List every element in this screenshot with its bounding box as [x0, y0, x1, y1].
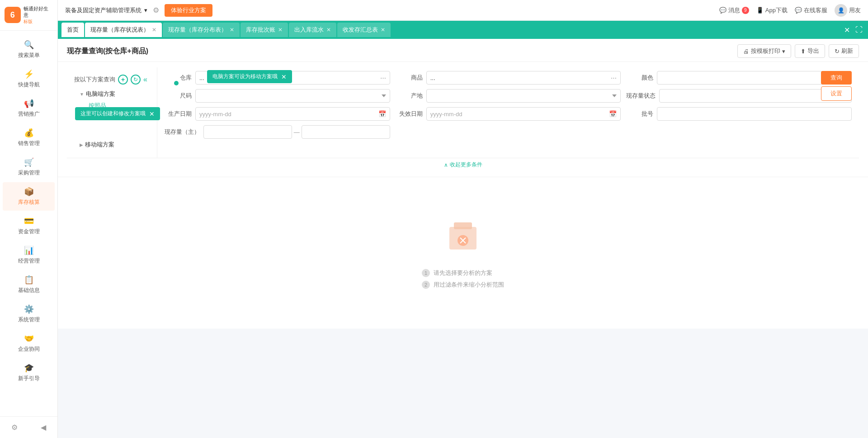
tab-inventory-dist[interactable]: 现存量（库存分布表） ✕ [163, 23, 240, 37]
product-select[interactable]: ... ⋯ [426, 71, 621, 85]
sidebar-item-label: 库存核算 [18, 198, 40, 206]
filter-field-color: 颜色 [626, 71, 852, 85]
search-button[interactable]: 查询 [821, 71, 852, 85]
logo-icon: 6 [5, 7, 21, 23]
filter-area: 按以下方案查询 + ↻ « 电脑方案可设为移动方案哦 ✕ [58, 62, 868, 177]
chevron-down-icon: ▼ [80, 92, 84, 97]
sidebar-item-guide[interactable]: 🎓 新手引导 [3, 358, 55, 387]
proddate-label: 生产日期 [165, 110, 192, 118]
sidebar-item-operation[interactable]: 📊 经营管理 [3, 241, 55, 269]
size-select[interactable] [195, 89, 390, 103]
sidebar-item-inventory[interactable]: 📦 库存核算 [3, 182, 55, 211]
sidebar-item-enterprise[interactable]: 🤝 企业协同 [3, 329, 55, 358]
tab-receive-close[interactable]: ✕ [381, 27, 385, 33]
sidebar-item-purchase[interactable]: 🛒 采购管理 [3, 153, 55, 181]
scheme-group-desktop-header[interactable]: ▼ 电脑端方案 [76, 88, 157, 100]
empty-svg [440, 213, 486, 259]
industry-btn[interactable]: 体验行业方案 [165, 4, 212, 17]
sidebar-item-marketing[interactable]: 📢 营销推广 [3, 94, 55, 122]
print-button[interactable]: 🖨 按模板打印 ▾ [737, 44, 791, 58]
close-all-tabs-button[interactable]: ✕ [842, 24, 852, 36]
batch-label: 批号 [626, 110, 653, 118]
origin-select[interactable] [426, 89, 621, 103]
connector-dot [174, 81, 179, 85]
empty-step-2: 2 用过滤条件来缩小分析范围 [422, 281, 504, 289]
system-title[interactable]: 装备及固定资产辅助管理系统 ▾ [65, 6, 147, 14]
sidebar-item-basic[interactable]: 📋 基础信息 [3, 270, 55, 299]
quick-icon: ⚡ [24, 69, 34, 79]
tab-receive[interactable]: 收发存汇总表 ✕ [337, 23, 391, 37]
sidebar-item-label: 基础信息 [18, 287, 40, 294]
qty-min-input[interactable] [203, 125, 292, 139]
user-menu[interactable]: 👤 用友 [835, 4, 861, 17]
filter-row-3: 生产日期 yyyy-mm-dd 📅 失效日期 yyyy-mm-dd [165, 107, 852, 121]
origin-label: 产地 [396, 92, 423, 100]
sidebar-item-sales[interactable]: 💰 销售管理 [3, 123, 55, 152]
export-button[interactable]: ⬆ 导出 [795, 44, 825, 58]
app-download-label: App下载 [765, 6, 788, 14]
fullscreen-button[interactable]: ⛶ [854, 24, 864, 36]
qty-max-input[interactable] [302, 125, 390, 139]
user-label: 用友 [849, 6, 861, 14]
collapse-sidebar-button[interactable]: ◀ [39, 421, 48, 433]
message-button[interactable]: 💬 消息 9 [719, 6, 749, 14]
page-actions: 🖨 按模板打印 ▾ ⬆ 导出 ↻ 刷新 [737, 44, 859, 58]
sidebar-item-label: 采购管理 [18, 169, 40, 177]
range-dash: — [294, 129, 300, 136]
proddate-input[interactable]: yyyy-mm-dd 📅 [195, 107, 390, 121]
refresh-scheme-button[interactable]: ↻ [131, 75, 141, 85]
refresh-button[interactable]: ↻ 刷新 [829, 44, 859, 58]
settings-button[interactable]: ⚙ [9, 421, 19, 433]
online-service-button[interactable]: 💬 在线客服 [795, 6, 827, 14]
tab-inout[interactable]: 出入库流水 ✕ [289, 23, 336, 37]
sidebar-bottom: ⚙ ◀ [0, 416, 57, 438]
add-scheme-button[interactable]: + [118, 75, 128, 85]
scheme-group-mobile-header[interactable]: ▶ 移动端方案 [76, 139, 157, 151]
filter-header: 按以下方案查询 + ↻ « [67, 71, 157, 88]
tab-inventory-status-label: 现存量（库存状况表） [90, 26, 149, 34]
system-icon: ⚙️ [24, 304, 34, 314]
sidebar-item-system[interactable]: ⚙️ 系统管理 [3, 300, 55, 328]
content-area: 现存量查询(按仓库+商品) 🖨 按模板打印 ▾ ⬆ 导出 ↻ 刷新 [58, 39, 868, 438]
sidebar: 6 畅通好好生意 标版 🔍 搜索菜单 ⚡ 快捷导航 📢 营销推广 💰 销售管理 … [0, 0, 58, 438]
collapse-label: 收起更多条件 [450, 161, 482, 169]
batch-input[interactable] [657, 107, 852, 121]
tooltip-1-close[interactable]: ✕ [281, 73, 287, 80]
tab-inventory-dist-close[interactable]: ✕ [230, 27, 234, 33]
calendar-icon-2: 📅 [609, 110, 617, 118]
tooltip-create-scheme: 这里可以创建和修改方案哦 ✕ [75, 107, 160, 120]
expiredate-input[interactable]: yyyy-mm-dd 📅 [426, 107, 621, 121]
sidebar-item-finance[interactable]: 💳 资金管理 [3, 212, 55, 240]
sidebar-item-label: 新手引导 [18, 375, 40, 382]
tab-batch-close[interactable]: ✕ [278, 27, 283, 33]
page-container: 现存量查询(按仓库+商品) 🖨 按模板打印 ▾ ⬆ 导出 ↻ 刷新 [58, 39, 868, 329]
sidebar-item-search[interactable]: 🔍 搜索菜单 [3, 35, 55, 64]
tab-inout-close[interactable]: ✕ [326, 27, 331, 33]
collapse-row: ∧ 收起更多条件 [67, 158, 859, 171]
sidebar-item-label: 销售管理 [18, 140, 40, 147]
export-icon: ⬆ [801, 48, 806, 55]
tooltip-2-close[interactable]: ✕ [149, 110, 155, 118]
filter-field-product: 商品 ... ⋯ [396, 71, 621, 85]
tab-batch[interactable]: 库存批次账 ✕ [241, 23, 288, 37]
qty-range: — [203, 125, 390, 139]
sidebar-item-quick[interactable]: ⚡ 快捷导航 [3, 65, 55, 93]
tab-bar: 首页 现存量（库存状况表） ✕ 现存量（库存分布表） ✕ 库存批次账 ✕ 出入库… [58, 21, 868, 39]
chevron-up-icon: ∧ [444, 162, 448, 168]
collapse-button[interactable]: ∧ 收起更多条件 [444, 161, 482, 169]
sidebar-item-label: 企业协同 [18, 345, 40, 353]
filter-field-proddate: 生产日期 yyyy-mm-dd 📅 [165, 107, 390, 121]
tooltip-text-1: 电脑方案可设为移动方案哦 [212, 73, 278, 80]
back-button[interactable]: « [143, 75, 147, 84]
tab-home[interactable]: 首页 [61, 23, 84, 37]
message-icon: 💬 [719, 7, 726, 14]
tab-inventory-status[interactable]: 现存量（库存状况表） ✕ [85, 23, 162, 37]
app-download-button[interactable]: 📱 App下载 [756, 6, 788, 14]
header-settings-icon[interactable]: ⚙ [153, 6, 159, 14]
more-icon: ⋯ [380, 75, 386, 81]
calendar-icon-1: 📅 [378, 110, 386, 118]
tab-inventory-status-close[interactable]: ✕ [152, 27, 156, 33]
reset-button[interactable]: 设置 [821, 86, 852, 101]
chevron-right-icon: ▶ [80, 142, 83, 147]
tooltip-desktop-scheme: 电脑方案可设为移动方案哦 ✕ [207, 70, 292, 83]
